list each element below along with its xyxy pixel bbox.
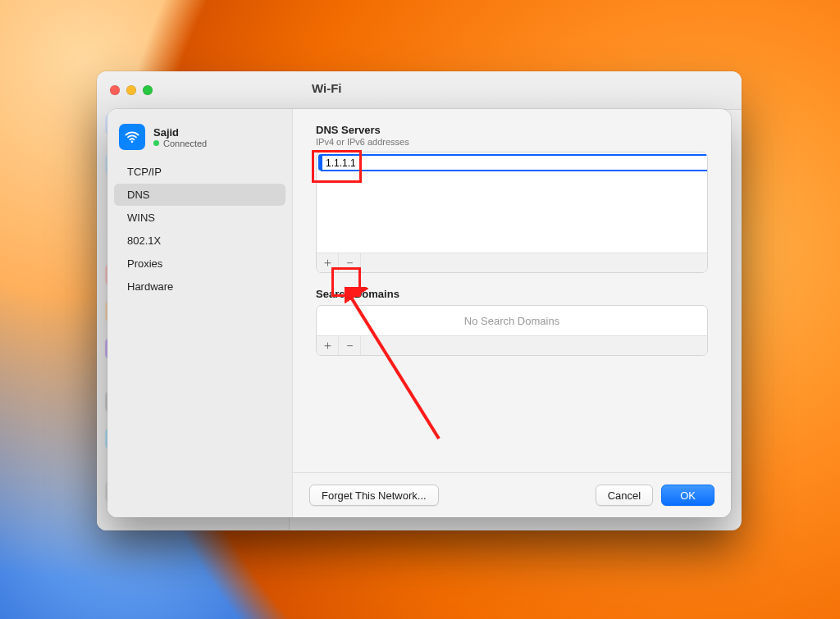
- search-domains-list[interactable]: No Search Domains ＋ －: [316, 305, 708, 356]
- dns-entry-input[interactable]: [322, 155, 708, 171]
- search-domain-remove-button[interactable]: －: [339, 336, 361, 355]
- network-details-sheet: Sajid Connected TCP/IP DNS WINS 802.1X P…: [107, 109, 731, 517]
- network-name: Sajid: [153, 126, 207, 139]
- sheet-main: DNS Servers IPv4 or IPv6 addresses ＋ － S…: [293, 109, 731, 517]
- search-domains-footer: ＋ －: [317, 335, 707, 355]
- close-window-button[interactable]: [110, 85, 120, 95]
- cancel-button[interactable]: Cancel: [596, 485, 653, 506]
- wifi-icon: [119, 124, 145, 150]
- dns-add-button[interactable]: ＋: [317, 253, 339, 272]
- tab-8021x[interactable]: 802.1X: [114, 230, 285, 252]
- tab-hardware[interactable]: Hardware: [114, 275, 285, 298]
- network-status-label: Connected: [163, 139, 207, 148]
- dns-remove-button[interactable]: －: [339, 253, 361, 272]
- search-domain-add-button[interactable]: ＋: [317, 336, 339, 355]
- sheet-footer: Forget This Network... Cancel OK: [293, 472, 731, 517]
- forget-network-button[interactable]: Forget This Network...: [309, 485, 439, 506]
- status-dot-icon: [153, 140, 159, 146]
- network-status: Connected: [153, 139, 207, 148]
- dns-servers-title: DNS Servers: [316, 124, 708, 136]
- sheet-sidebar: Sajid Connected TCP/IP DNS WINS 802.1X P…: [107, 109, 293, 517]
- titlebar: Wi-Fi: [97, 71, 742, 110]
- dns-entry-row[interactable]: [318, 154, 705, 171]
- tab-wins[interactable]: WINS: [114, 207, 285, 229]
- minimize-window-button[interactable]: [126, 85, 136, 95]
- search-domains-title: Search Domains: [316, 288, 708, 300]
- tab-tcpip[interactable]: TCP/IP: [114, 161, 285, 183]
- network-header: Sajid Connected: [107, 117, 292, 160]
- dns-servers-subtitle: IPv4 or IPv6 addresses: [316, 137, 708, 147]
- tab-dns[interactable]: DNS: [114, 184, 285, 206]
- window-title: Wi-Fi: [312, 81, 342, 95]
- traffic-lights: [110, 85, 153, 95]
- svg-point-0: [131, 141, 134, 143]
- ok-button[interactable]: OK: [661, 485, 714, 506]
- search-domains-placeholder: No Search Domains: [317, 306, 707, 336]
- dns-servers-list[interactable]: ＋ －: [316, 152, 708, 273]
- dns-list-footer: ＋ －: [317, 253, 707, 272]
- tab-proxies[interactable]: Proxies: [114, 253, 285, 275]
- zoom-window-button[interactable]: [143, 85, 153, 95]
